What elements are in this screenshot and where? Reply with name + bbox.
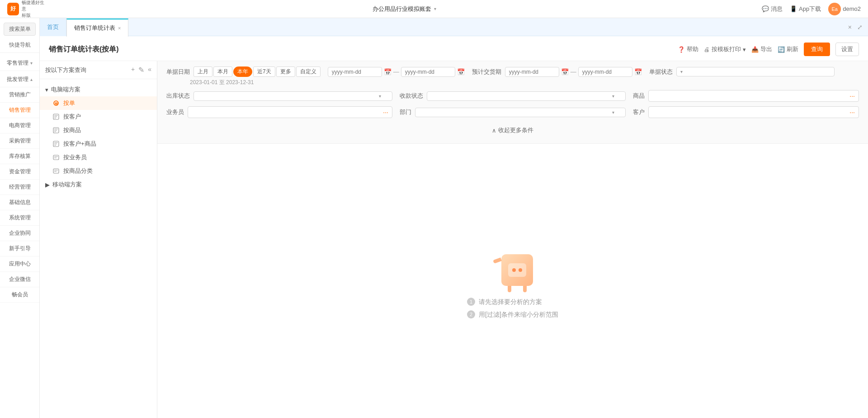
sidebar-item-member[interactable]: 畅会员 bbox=[0, 287, 39, 303]
date-from-input[interactable] bbox=[328, 67, 382, 77]
arm-left bbox=[493, 257, 502, 264]
filter-date-range-item: 📅 — 📅 bbox=[328, 67, 465, 77]
sidebar-item-basic[interactable]: 基础信息 bbox=[0, 195, 39, 210]
user-name: demo2 bbox=[843, 5, 861, 12]
sidebar-item-enterprise[interactable]: 企业协同 bbox=[0, 226, 39, 241]
date-btn-custom[interactable]: 自定义 bbox=[296, 66, 321, 77]
sidebar-item-retail-label: 零售管理 bbox=[7, 59, 28, 67]
sidebar-item-guide[interactable]: 新手引导 bbox=[0, 241, 39, 256]
date-btn-this-year[interactable]: 本年 bbox=[233, 66, 252, 77]
sidebar-item-retail[interactable]: 零售管理▾ bbox=[0, 55, 39, 71]
filter-customer-item: 客户 ··· bbox=[633, 106, 859, 118]
page-title: 销售订单统计表(按单) bbox=[49, 45, 119, 54]
collapse-row: ∧ 收起更多条件 bbox=[166, 123, 859, 138]
customer-more-icon[interactable]: ··· bbox=[849, 109, 855, 116]
sidebar-item-inventory[interactable]: 库存核算 bbox=[0, 149, 39, 164]
date-btn-more[interactable]: 更多 bbox=[276, 66, 295, 77]
collapse-btn[interactable]: ∧ 收起更多条件 bbox=[492, 126, 533, 134]
search-menu-button[interactable]: 搜索菜单 bbox=[4, 23, 36, 36]
payment-status-arrow: ▾ bbox=[612, 94, 614, 99]
sidebar-item-sales-label: 销售管理 bbox=[9, 107, 31, 113]
page-header: 销售订单统计表(按单) ❓ 帮助 🖨 按模板打印 ▾ 📥 导出 bbox=[40, 36, 868, 61]
message-action[interactable]: 💬 消息 bbox=[762, 5, 783, 13]
scheme-item-by-salesperson[interactable]: 按业务员 bbox=[40, 151, 157, 164]
cal-expected-to-icon[interactable]: 📅 bbox=[634, 68, 642, 76]
print-action[interactable]: 🖨 按模板打印 ▾ bbox=[704, 45, 746, 53]
message-label: 消息 bbox=[771, 5, 783, 13]
salesperson-input[interactable]: ··· bbox=[188, 106, 392, 118]
scheme-group-mobile-header[interactable]: ▶ 移动端方案 bbox=[40, 178, 157, 191]
scheme-item-by-goods[interactable]: 按商品 bbox=[40, 124, 157, 137]
sidebar-item-operations[interactable]: 经营管理 bbox=[0, 180, 39, 195]
filter-row-3: 业务员 ··· 部门 ▾ bbox=[166, 106, 859, 118]
scheme-item-by-order[interactable]: 按 按单 bbox=[40, 96, 157, 110]
cal-expected-from-icon[interactable]: 📅 bbox=[561, 68, 569, 76]
help-icon: ❓ bbox=[678, 46, 685, 53]
edit-scheme-icon[interactable]: ✎ bbox=[138, 66, 144, 74]
sidebar-item-marketing[interactable]: 营销推广 bbox=[0, 87, 39, 103]
department-label: 部门 bbox=[400, 108, 411, 116]
help-label: 帮助 bbox=[687, 45, 698, 53]
date-separator: — bbox=[393, 68, 399, 75]
scheme-item-by-customer[interactable]: 按客户 bbox=[40, 110, 157, 124]
by-goods-category-icon bbox=[52, 167, 60, 175]
collapse-panel-icon[interactable]: « bbox=[148, 66, 151, 74]
goods-input[interactable]: ··· bbox=[648, 90, 859, 102]
cal-to-icon[interactable]: 📅 bbox=[457, 68, 465, 76]
sidebar-item-enterprise-wechat[interactable]: 企业微信 bbox=[0, 272, 39, 287]
delivery-status-dropdown[interactable]: ▾ bbox=[193, 91, 392, 101]
cal-from-icon[interactable]: 📅 bbox=[384, 68, 392, 76]
expected-from-input[interactable] bbox=[505, 67, 559, 77]
date-to-input[interactable] bbox=[401, 67, 455, 77]
salesperson-more-icon[interactable]: ··· bbox=[383, 109, 388, 116]
sidebar-item-app-center-label: 应用中心 bbox=[9, 261, 31, 267]
scheme-item-by-customer-goods[interactable]: 按客户+商品 bbox=[40, 137, 157, 151]
expected-to-input[interactable] bbox=[578, 67, 632, 77]
by-customer-icon bbox=[52, 113, 60, 120]
goods-more-icon[interactable]: ··· bbox=[849, 92, 855, 100]
date-btn-this-month[interactable]: 本月 bbox=[213, 66, 232, 77]
top-bar-center: 办公用品行业模拟账套 ▾ bbox=[373, 5, 436, 13]
date-btn-last-month[interactable]: 上月 bbox=[193, 66, 212, 77]
tip-num-1: 1 bbox=[467, 298, 475, 306]
expected-date-label: 预计交货期 bbox=[472, 68, 501, 76]
company-name: 办公用品行业模拟账套 bbox=[373, 5, 431, 13]
add-scheme-icon[interactable]: + bbox=[131, 66, 135, 74]
export-icon: 📥 bbox=[751, 46, 759, 53]
print-icon: 🖨 bbox=[704, 46, 710, 53]
sidebar-item-system[interactable]: 系统管理 bbox=[0, 210, 39, 226]
help-action[interactable]: ❓ 帮助 bbox=[678, 45, 698, 53]
scheme-item-by-goods-category[interactable]: 按商品分类 bbox=[40, 164, 157, 178]
scheme-group-pc-header[interactable]: ▾ 电脑端方案 bbox=[40, 83, 157, 96]
tab-home[interactable]: 首页 bbox=[40, 18, 66, 36]
date-btn-7days[interactable]: 近7天 bbox=[253, 66, 275, 77]
query-button[interactable]: 查询 bbox=[804, 43, 830, 56]
sidebar-item-finance[interactable]: 资金管理 bbox=[0, 164, 39, 180]
salesperson-label: 业务员 bbox=[166, 108, 184, 116]
leg-right bbox=[523, 286, 527, 292]
tab-minimize-icon[interactable]: × bbox=[846, 22, 854, 33]
sidebar-item-quick-nav[interactable]: 快捷导航 bbox=[0, 38, 39, 53]
payment-status-dropdown[interactable]: ▾ bbox=[427, 91, 626, 101]
left-panel-header: 按以下方案查询 + ✎ « bbox=[40, 61, 157, 79]
tab-maximize-icon[interactable]: ⤢ bbox=[855, 22, 864, 33]
status-dropdown[interactable]: ▾ bbox=[676, 67, 835, 76]
filter-status-item: 单据状态 ▾ bbox=[649, 67, 835, 76]
sidebar-item-ecommerce[interactable]: 电商管理 bbox=[0, 118, 39, 133]
department-dropdown[interactable]: ▾ bbox=[415, 108, 626, 117]
company-dropdown-icon[interactable]: ▾ bbox=[434, 6, 436, 11]
sidebar-item-app-center[interactable]: 应用中心 bbox=[0, 256, 39, 272]
settings-button[interactable]: 设置 bbox=[835, 43, 859, 56]
sidebar-item-purchase[interactable]: 采购管理 bbox=[0, 133, 39, 149]
main-layout: 搜索菜单 快捷导航 零售管理▾ 批发管理▴ 营销推广 销售管理 电商管理 采购管… bbox=[0, 0, 868, 418]
sidebar-item-sales[interactable]: 销售管理 bbox=[0, 103, 39, 118]
page-content: 销售订单统计表(按单) ❓ 帮助 🖨 按模板打印 ▾ 📥 导出 bbox=[40, 36, 868, 418]
tab-sales-order-stats[interactable]: 销售订单统计表 × bbox=[66, 19, 128, 37]
customer-input[interactable]: ··· bbox=[648, 106, 859, 118]
refresh-action[interactable]: 🔄 刷新 bbox=[778, 45, 798, 53]
export-action[interactable]: 📥 导出 bbox=[751, 45, 772, 53]
app-download-action[interactable]: 📱 App下载 bbox=[790, 5, 821, 13]
tab-close-icon[interactable]: × bbox=[118, 25, 121, 31]
sidebar-item-wholesale[interactable]: 批发管理▴ bbox=[0, 71, 39, 87]
user-area[interactable]: Ea demo2 bbox=[828, 3, 861, 15]
